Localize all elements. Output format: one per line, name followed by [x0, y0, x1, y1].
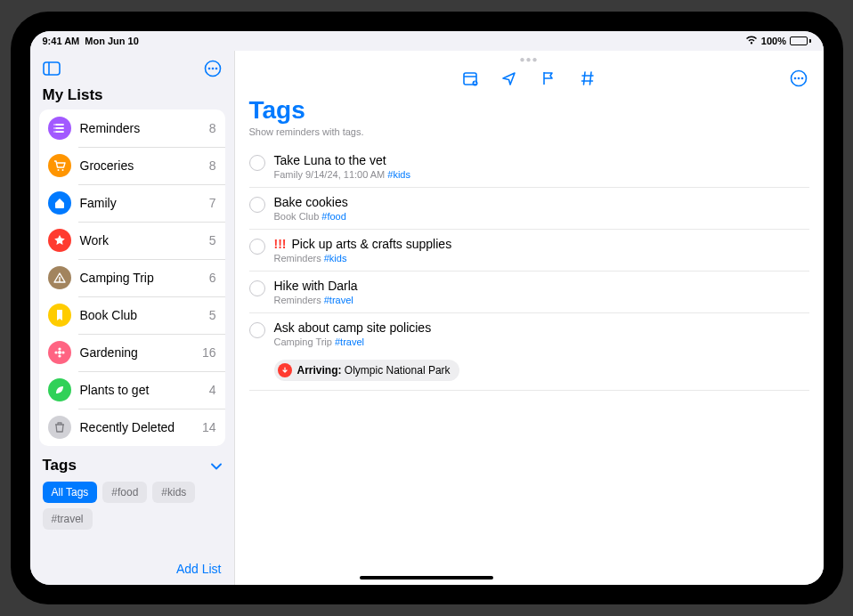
- completion-radio[interactable]: [249, 280, 265, 296]
- completion-radio[interactable]: [249, 197, 265, 213]
- cart-icon: [48, 154, 71, 177]
- sidebar-list-item[interactable]: Work 5: [39, 222, 225, 259]
- reminder-meta: Reminders #travel: [274, 295, 809, 305]
- main-panel: ●●●: [235, 51, 824, 585]
- svg-point-22: [800, 77, 803, 80]
- page-title: Tags: [235, 89, 824, 126]
- ipad-device-frame: 9:41 AM Mon Jun 10 100%: [11, 12, 843, 604]
- list-count: 4: [209, 383, 216, 397]
- trash-icon: [48, 416, 71, 439]
- sidebar-list-item[interactable]: Camping Trip 6: [39, 259, 225, 296]
- svg-point-5: [215, 68, 217, 70]
- list-count: 7: [209, 196, 216, 210]
- page-subtitle: Show reminders with tags.: [235, 126, 824, 146]
- svg-point-12: [58, 347, 61, 350]
- home-indicator[interactable]: [360, 576, 493, 580]
- location-badge[interactable]: Arriving: Olympic National Park: [274, 360, 459, 381]
- list-name: Gardening: [80, 345, 193, 360]
- completion-radio[interactable]: [249, 155, 265, 171]
- list-icon: [48, 117, 71, 140]
- star-icon: [48, 229, 71, 252]
- home-icon: [48, 191, 71, 215]
- reminder-item[interactable]: Take Luna to the vet Family 9/14/24, 11:…: [249, 146, 809, 188]
- wifi-icon: [745, 36, 758, 46]
- list-name: Book Club: [80, 308, 200, 322]
- hashtag-icon[interactable]: [577, 68, 598, 89]
- grabber-handle[interactable]: ●●●: [235, 51, 824, 64]
- sidebar-list-item[interactable]: Plants to get 4: [39, 371, 225, 409]
- list-name: Plants to get: [80, 383, 200, 397]
- more-options-icon[interactable]: [788, 68, 809, 89]
- reminder-item[interactable]: Bake cookies Book Club #food: [249, 188, 809, 230]
- svg-point-14: [54, 351, 57, 353]
- location-text: Arriving: Olympic National Park: [297, 364, 451, 377]
- reminder-tag[interactable]: #travel: [335, 336, 364, 347]
- my-lists-header: My Lists: [30, 83, 234, 109]
- svg-point-9: [57, 169, 59, 171]
- list-count: 8: [209, 158, 216, 173]
- reminder-tag[interactable]: #food: [321, 211, 346, 222]
- reminder-meta: Family 9/14/24, 11:00 AM #kids: [274, 169, 809, 180]
- reminder-tag[interactable]: #kids: [387, 169, 410, 180]
- reminder-tag[interactable]: #kids: [324, 253, 347, 263]
- svg-point-4: [211, 68, 214, 70]
- status-date: Mon Jun 10: [85, 36, 139, 46]
- bookmark-icon: [48, 304, 71, 327]
- tags-section-header: Tags: [43, 457, 77, 474]
- sidebar-list-item[interactable]: Reminders 8: [39, 109, 225, 147]
- status-bar: 9:41 AM Mon Jun 10 100%: [30, 31, 824, 51]
- reminder-item[interactable]: Hike with Darla Reminders #travel: [249, 272, 809, 313]
- completion-radio[interactable]: [249, 239, 265, 255]
- sidebar-list-item[interactable]: Recently Deleted 14: [39, 409, 225, 446]
- chevron-down-icon[interactable]: [211, 459, 222, 473]
- location-arrival-icon: [278, 363, 292, 377]
- reminder-item[interactable]: Ask about camp site policies Camping Tri…: [249, 313, 809, 354]
- svg-point-11: [58, 351, 61, 354]
- flag-icon[interactable]: [538, 68, 559, 89]
- svg-rect-0: [44, 62, 60, 75]
- list-count: 6: [209, 271, 216, 285]
- list-count: 14: [202, 420, 216, 434]
- status-time: 9:41 AM: [43, 36, 80, 46]
- sidebar-list-item[interactable]: Book Club 5: [39, 296, 225, 334]
- svg-point-13: [58, 354, 61, 357]
- location-icon[interactable]: [499, 68, 520, 89]
- leaf-icon: [48, 378, 71, 401]
- svg-point-20: [793, 77, 796, 80]
- list-name: Camping Trip: [80, 271, 200, 285]
- list-count: 5: [209, 308, 216, 322]
- list-name: Recently Deleted: [80, 420, 193, 434]
- svg-point-6: [53, 124, 55, 126]
- reminder-meta: Reminders #kids: [274, 253, 809, 263]
- svg-point-21: [797, 77, 800, 80]
- reminder-title: Hike with Darla: [274, 279, 809, 293]
- tent-icon: [48, 266, 71, 289]
- sidebar-list-item[interactable]: Gardening 16: [39, 334, 225, 371]
- add-list-button[interactable]: Add List: [30, 553, 234, 585]
- reminder-meta: Book Club #food: [274, 211, 809, 222]
- sidebar-list-item[interactable]: Family 7: [39, 184, 225, 222]
- battery-icon: [790, 36, 811, 45]
- list-name: Groceries: [80, 158, 200, 173]
- reminder-item[interactable]: !!! Pick up arts & crafts supplies Remin…: [249, 230, 809, 272]
- calendar-icon[interactable]: [459, 68, 481, 89]
- list-name: Reminders: [80, 121, 200, 135]
- reminder-title: Take Luna to the vet: [274, 153, 809, 167]
- flower-icon: [48, 341, 71, 364]
- tag-chip[interactable]: #food: [102, 482, 147, 503]
- list-name: Work: [80, 233, 200, 247]
- svg-point-10: [61, 169, 63, 171]
- tag-chip[interactable]: #kids: [152, 482, 195, 503]
- completion-radio[interactable]: [249, 322, 265, 338]
- tag-chip[interactable]: #travel: [43, 508, 93, 530]
- more-options-icon[interactable]: [202, 58, 223, 79]
- sidebar-list-item[interactable]: Groceries 8: [39, 147, 225, 184]
- reminder-title: !!! Pick up arts & crafts supplies: [274, 237, 809, 251]
- list-name: Family: [80, 196, 200, 210]
- tag-chip[interactable]: All Tags: [43, 482, 98, 503]
- sidebar-toggle-icon[interactable]: [41, 58, 62, 79]
- list-count: 5: [209, 233, 216, 247]
- priority-indicator: !!!: [274, 237, 287, 251]
- reminder-tag[interactable]: #travel: [324, 295, 353, 305]
- svg-point-7: [53, 127, 55, 129]
